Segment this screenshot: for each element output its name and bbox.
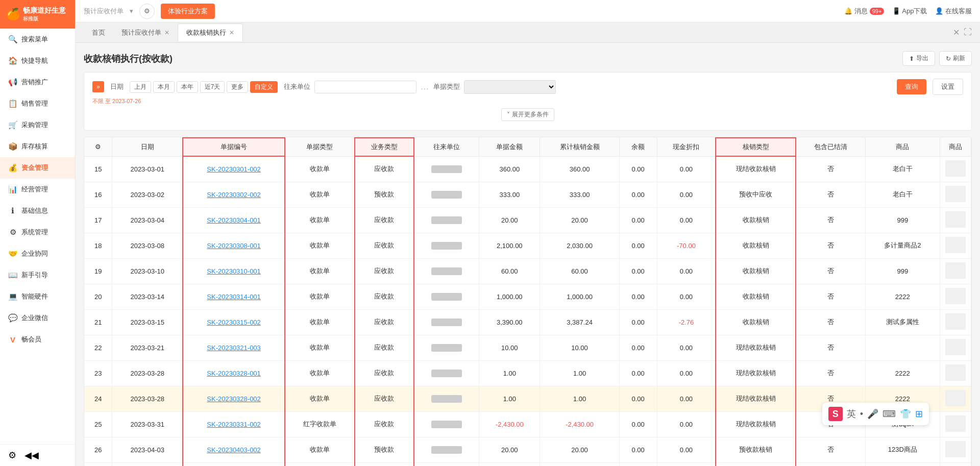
col-settled[interactable]: 包含已结清 (796, 138, 865, 156)
bill-no-link[interactable]: SK-20230403-002 (207, 446, 261, 454)
system-icon: ⚙ (8, 228, 17, 237)
sidebar-item-enterprise-label: 企业协同 (21, 249, 48, 258)
col-discount[interactable]: 现金折扣 (657, 138, 716, 156)
sidebar-item-wechat[interactable]: 💬 企业微信 (0, 307, 75, 329)
tab-home[interactable]: 首页 (84, 24, 113, 41)
date-custom[interactable]: 自定义 (250, 81, 278, 93)
date-last-month[interactable]: 上月 (130, 81, 151, 93)
bill-no-link[interactable]: SK-20230315-002 (207, 318, 261, 326)
col-amount[interactable]: 单据金额 (479, 138, 540, 156)
refresh-button[interactable]: ↻ 刷新 (939, 51, 972, 66)
bill-no-link[interactable]: SK-20230321-003 (207, 344, 261, 352)
col-setting[interactable]: ⚙ (84, 138, 112, 156)
cell-product2 (940, 437, 971, 462)
date-more[interactable]: 更多 (227, 81, 248, 93)
float-shirt-icon[interactable]: 👕 (900, 408, 911, 420)
col-balance[interactable]: 余额 (619, 138, 657, 156)
bill-no-link[interactable]: SK-20230314-001 (207, 293, 261, 301)
col-bill-type[interactable]: 单据类型 (285, 138, 355, 156)
col-verified[interactable]: 累计核销金额 (540, 138, 619, 156)
sidebar-bottom: ⚙ ◀◀ (0, 444, 75, 466)
filter-settings-button[interactable]: 设置 (933, 79, 963, 95)
dropdown-arrow[interactable]: ▾ (130, 7, 133, 15)
sidebar-item-sales[interactable]: 📋 销售管理 (0, 93, 75, 114)
app-download-link[interactable]: 📱 App下载 (892, 7, 927, 16)
float-mic-icon[interactable]: 🎤 (867, 408, 878, 420)
sidebar-item-system[interactable]: ⚙ 系统管理 (0, 222, 75, 243)
date-this-year[interactable]: 本年 (177, 81, 198, 93)
cell-verify-type: 收款核销 (716, 284, 796, 309)
bill-no-link[interactable]: SK-20230328-001 (207, 370, 261, 377)
cell-bill-type: 收款单 (285, 437, 355, 462)
cell-product2 (940, 360, 971, 386)
sidebar-item-finance[interactable]: 💰 资金管理 (0, 157, 75, 179)
bill-no-link[interactable]: SK-20230308-001 (207, 242, 261, 250)
sidebar-item-search[interactable]: 🔍 搜索菜单 (0, 29, 75, 50)
col-biz-type[interactable]: 业务类型 (355, 138, 414, 156)
bill-no-link[interactable]: SK-20230302-002 (207, 191, 261, 199)
tab-verification-close[interactable]: ✕ (229, 29, 234, 36)
expand-label: 展开更多条件 (512, 110, 549, 119)
cell-product2 (940, 411, 971, 437)
settings-icon[interactable]: ⚙ (8, 450, 16, 461)
tab-verification[interactable]: 收款核销执行 ✕ (178, 23, 243, 41)
query-button[interactable]: 查询 (897, 79, 926, 94)
float-keyboard-icon[interactable]: ⌨ (883, 408, 896, 420)
tab-expand-icon[interactable]: ⛶ (964, 28, 972, 37)
cell-balance: 0.00 (619, 411, 657, 437)
main-area: 预计应收付单 ▾ ⚙ 体验行业方案 🔔 消息 99+ 📱 App下载 👤 在线客… (76, 0, 980, 466)
col-date[interactable]: 日期 (112, 138, 183, 156)
bill-type-select[interactable] (464, 80, 556, 94)
bill-no-link[interactable]: SK-20230310-001 (207, 267, 261, 275)
breadcrumb-text: 预计应收付单 (84, 7, 124, 16)
sidebar-item-hardware[interactable]: 💻 智能硬件 (0, 286, 75, 307)
bill-no-link[interactable]: SK-20230304-001 (207, 216, 261, 224)
message-icon[interactable]: 🔔 消息 99+ (844, 7, 884, 16)
float-grid-icon[interactable]: ⊞ (915, 408, 923, 420)
col-product2[interactable]: 商品 (940, 138, 971, 156)
sidebar-item-inventory[interactable]: 📦 库存核算 (0, 136, 75, 157)
export-button[interactable]: ⬆ 导出 (902, 51, 935, 66)
bill-no-link[interactable]: SK-20230328-002 (207, 395, 261, 403)
tab-close-icon[interactable]: ✕ (953, 28, 960, 37)
sidebar-item-basic-info[interactable]: ℹ 基础信息 (0, 200, 75, 222)
cell-date: 2023-03-14 (112, 284, 183, 309)
gear-button[interactable]: ⚙ (139, 4, 155, 19)
sidebar-item-operations[interactable]: 📊 经营管理 (0, 179, 75, 200)
cell-biz-type: 应收款 (355, 462, 414, 466)
sidebar-item-nav[interactable]: 🏠 快捷导航 (0, 50, 75, 71)
tab-receivable[interactable]: 预计应收付单 ✕ (113, 24, 178, 41)
cell-bill-no: SK-20230403-002 (183, 437, 285, 462)
cell-product1: 老白干 (865, 182, 940, 207)
partner-value (431, 446, 462, 454)
solution-button[interactable]: 体验行业方案 (161, 4, 215, 19)
bill-no-link[interactable]: SK-20230331-002 (207, 421, 261, 428)
sidebar-item-enterprise[interactable]: 🤝 企业协同 (0, 243, 75, 264)
collapse-icon[interactable]: ◀◀ (24, 450, 39, 461)
col-product1[interactable]: 商品 (865, 138, 940, 156)
sidebar-item-purchase[interactable]: 🛒 采购管理 (0, 114, 75, 136)
cell-verified: 20.00 (540, 437, 619, 462)
col-partner[interactable]: 往来单位 (414, 138, 479, 156)
filter-expand-toggle[interactable]: » (92, 81, 104, 92)
cell-partner (414, 411, 479, 437)
sidebar-item-marketing[interactable]: 📢 营销推广 (0, 71, 75, 93)
cell-balance: 0.00 (619, 360, 657, 386)
float-text-icon[interactable]: 英 (847, 408, 856, 420)
date-7days[interactable]: 近7天 (200, 81, 225, 93)
cell-product2 (940, 335, 971, 360)
date-this-month[interactable]: 本月 (153, 81, 175, 93)
table-row: 27 2023-04-08 SK-20230408-001 收款单 应收款 10… (84, 462, 971, 466)
sidebar-item-vip[interactable]: V 畅会员 (0, 329, 75, 350)
col-verify-type[interactable]: 核销类型 (716, 138, 796, 156)
float-dot-icon[interactable]: • (860, 409, 863, 420)
sidebar-item-guide[interactable]: 📖 新手引导 (0, 264, 75, 286)
expand-button[interactable]: ˅ 展开更多条件 (501, 108, 554, 121)
online-service-link[interactable]: 👤 在线客服 (935, 7, 972, 16)
tab-receivable-close[interactable]: ✕ (164, 29, 169, 36)
tab-verification-label: 收款核销执行 (186, 28, 226, 37)
cell-product1: 999 (865, 207, 940, 233)
col-bill-no[interactable]: 单据编号 (183, 138, 285, 156)
bill-no-link[interactable]: SK-20230301-002 (207, 165, 261, 173)
partner-input[interactable] (314, 81, 416, 93)
